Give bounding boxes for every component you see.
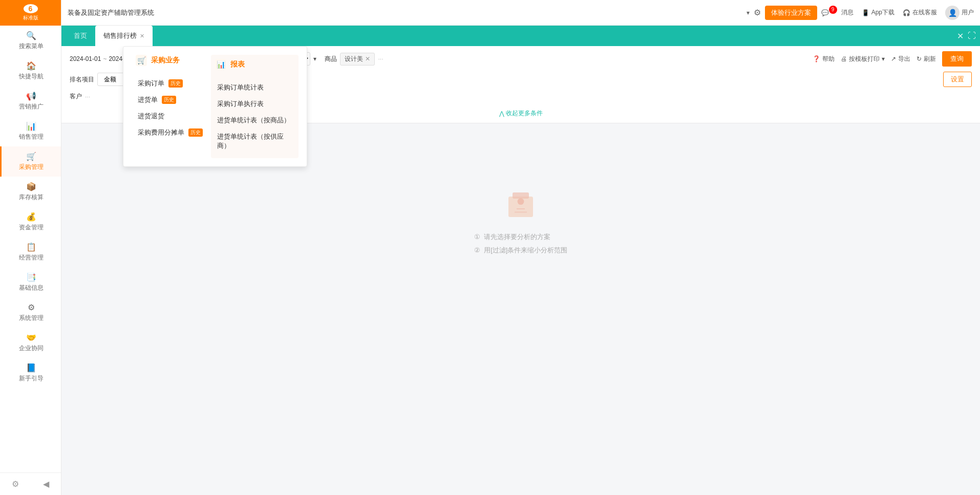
customer-more-btn[interactable]: ··· — [85, 93, 90, 100]
print-icon: 🖨 — [841, 55, 847, 62]
sidebar-item-inventory[interactable]: 📦 库存核算 — [0, 177, 61, 207]
sidebar-collapse-icon[interactable]: ◀ — [43, 479, 49, 489]
query-button[interactable]: 查询 — [942, 51, 972, 67]
content-area: 2024-01-01 ~ 2024-12-31 近7天 更多 自定义 单据状态 … — [61, 46, 980, 495]
sidebar-item-purchase[interactable]: 🛒 采购管理 — [0, 146, 61, 177]
tabbar-right-controls: ✕ ⛶ — [957, 31, 976, 41]
tabbar-close-all-icon[interactable]: ✕ — [957, 31, 964, 41]
user-avatar-button[interactable]: 👤 用户 — [945, 6, 974, 20]
topbar-system-title: 装备及固定资产辅助管理系统 — [68, 8, 742, 17]
nav-icon-marketing: 📢 — [26, 91, 36, 101]
logo-icon: 6 — [24, 4, 38, 13]
sidebar-item-finance[interactable]: 💰 资金管理 — [0, 207, 61, 237]
topbar-settings-icon[interactable]: ⚙ — [754, 8, 761, 17]
industry-solution-button[interactable]: 体验行业方案 — [765, 6, 817, 20]
purchase-dropdown-menu: 🛒 采购业务 采购订单 历史 进货单 历史 进货退货 — [123, 46, 307, 167]
nav-icon-system: ⚙ — [28, 303, 35, 312]
sidebar-item-marketing[interactable]: 📢 营销推广 — [0, 86, 61, 116]
online-service-button[interactable]: 🎧 在线客服 — [903, 8, 937, 17]
empty-tips: ① 请先选择要分析的方案 ② 用[过滤]条件来缩小分析范围 — [474, 230, 568, 257]
nav-icon-inventory: 📦 — [26, 182, 36, 191]
help-button[interactable]: ❓ 帮助 — [813, 55, 835, 63]
messages-button[interactable]: 💬 9 消息 — [821, 8, 854, 17]
toolbar-right: ❓ 帮助 🖨 按模板打印 ▾ ↗ 导出 ↻ 刷新 — [813, 51, 972, 67]
return-label: 进货退货 — [138, 112, 164, 121]
tabbar-maximize-icon[interactable]: ⛶ — [968, 31, 976, 40]
nav-label-basic: 基础信息 — [19, 284, 44, 292]
menu-item-order-exec[interactable]: 采购订单执行表 — [215, 96, 294, 112]
tab-sales-ranking[interactable]: 销售排行榜 ✕ — [95, 26, 153, 46]
menu-item-incoming-stat-supplier[interactable]: 进货单统计表（按供应商） — [215, 128, 294, 154]
nav-icon-guide: 📘 — [26, 363, 36, 373]
print-button[interactable]: 🖨 按模板打印 ▾ — [841, 55, 885, 63]
sidebar-item-quick-nav[interactable]: 🏠 快捷导航 — [0, 56, 61, 86]
nav-label-system: 系统管理 — [19, 314, 44, 322]
goods-tag-close[interactable]: ✕ — [365, 55, 370, 62]
app-download-button[interactable]: 📱 App下载 — [862, 8, 894, 17]
setting-button[interactable]: 设置 — [943, 72, 972, 87]
nav-label-quick-nav: 快捷导航 — [19, 72, 44, 81]
nav-label-operation: 经营管理 — [19, 253, 44, 262]
sidebar-item-system[interactable]: ⚙ 系统管理 — [0, 297, 61, 328]
headset-icon: 🎧 — [903, 9, 910, 16]
dropdown-grid: 🛒 采购业务 采购订单 历史 进货单 历史 进货退货 — [132, 55, 299, 158]
sidebar: 6 标准版 🔍 搜索菜单 🏠 快捷导航 📢 营销推广 📊 销售管理 🛒 采购管理… — [0, 0, 61, 495]
avatar: 👤 — [945, 6, 960, 20]
menu-item-order-stat[interactable]: 采购订单统计表 — [215, 79, 294, 96]
tab-sales-ranking-label: 销售排行榜 — [103, 31, 137, 40]
sidebar-item-basic[interactable]: 📑 基础信息 — [0, 267, 61, 297]
export-button[interactable]: ↗ 导出 — [891, 55, 910, 63]
print-dropdown-icon[interactable]: ▾ — [882, 55, 885, 62]
phone-icon: 📱 — [862, 9, 869, 16]
sidebar-settings-icon[interactable]: ⚙ — [12, 479, 19, 489]
sidebar-item-guide[interactable]: 📘 新手引导 — [0, 358, 61, 388]
messages-badge: 9 — [829, 6, 837, 14]
sidebar-item-enterprise[interactable]: 🤝 企业协同 — [0, 328, 61, 358]
empty-tip-1: ① 请先选择要分析的方案 — [474, 230, 568, 244]
collapse-button[interactable]: ⋀ 收起更多条件 — [499, 109, 543, 118]
expense-label: 采购费用分摊单 — [138, 128, 184, 137]
logo-text: 标准版 — [23, 14, 38, 21]
menu-item-return[interactable]: 进货退货 — [136, 108, 210, 124]
goods-more-btn[interactable]: ··· — [378, 55, 383, 62]
ranking-label: 排名项目 — [70, 75, 94, 84]
messages-label: 消息 — [841, 8, 854, 17]
sidebar-bottom: ⚙ ◀ — [0, 472, 61, 495]
tab-home[interactable]: 首页 — [66, 26, 95, 46]
sidebar-nav: 🔍 搜索菜单 🏠 快捷导航 📢 营销推广 📊 销售管理 🛒 采购管理 📦 库存核… — [0, 26, 61, 472]
goods-tag: 设计美 ✕ — [340, 53, 375, 66]
nav-label-finance: 资金管理 — [19, 223, 44, 232]
menu-item-expense[interactable]: 采购费用分摊单 历史 — [136, 124, 210, 141]
help-icon: ❓ — [813, 55, 820, 62]
nav-icon-search: 🔍 — [26, 31, 36, 40]
sidebar-item-operation[interactable]: 📋 经营管理 — [0, 237, 61, 267]
menu-item-purchase-order[interactable]: 采购订单 历史 — [136, 75, 210, 92]
svg-rect-1 — [513, 192, 529, 199]
nav-icon-sales: 📊 — [26, 121, 36, 131]
refresh-button[interactable]: ↻ 刷新 — [917, 55, 936, 63]
empty-tip-2: ② 用[过滤]条件来缩小分析范围 — [474, 244, 568, 257]
date-start[interactable]: 2024-01-01 — [70, 55, 101, 62]
sidebar-item-sales[interactable]: 📊 销售管理 — [0, 116, 61, 146]
tab-home-label: 首页 — [74, 31, 87, 40]
filter-goods: 商品 设计美 ✕ ··· — [325, 53, 383, 66]
sidebar-item-search[interactable]: 🔍 搜索菜单 — [0, 26, 61, 56]
tab-close-icon[interactable]: ✕ — [140, 33, 144, 39]
menu-item-incoming-stat-goods[interactable]: 进货单统计表（按商品） — [215, 112, 294, 128]
nav-label-search: 搜索菜单 — [19, 42, 44, 51]
sidebar-logo: 6 标准版 — [0, 0, 61, 26]
topbar: 装备及固定资产辅助管理系统 ▾ ⚙ 体验行业方案 💬 9 消息 📱 App下载 … — [61, 0, 980, 26]
topbar-dropdown-arrow[interactable]: ▾ — [747, 9, 750, 16]
menu-item-incoming[interactable]: 进货单 历史 — [136, 92, 210, 108]
collapse-icon: ⋀ — [499, 110, 504, 117]
purchase-report-col: 📊 报表 采购订单统计表 采购订单执行表 进货单统计表（按商品） 进货单统计表（… — [211, 55, 299, 158]
nav-icon-operation: 📋 — [26, 242, 36, 252]
expense-history-badge: 历史 — [188, 128, 203, 137]
purchase-report-header: 📊 报表 — [215, 59, 294, 73]
nav-icon-enterprise: 🤝 — [26, 333, 36, 342]
goods-tag-value: 设计美 — [345, 55, 363, 63]
filter-customer: 客户 ··· — [70, 92, 90, 101]
main-area: 装备及固定资产辅助管理系统 ▾ ⚙ 体验行业方案 💬 9 消息 📱 App下载 … — [61, 0, 980, 495]
topbar-right: 💬 9 消息 📱 App下载 🎧 在线客服 👤 用户 — [821, 6, 974, 20]
empty-illustration — [500, 184, 541, 225]
